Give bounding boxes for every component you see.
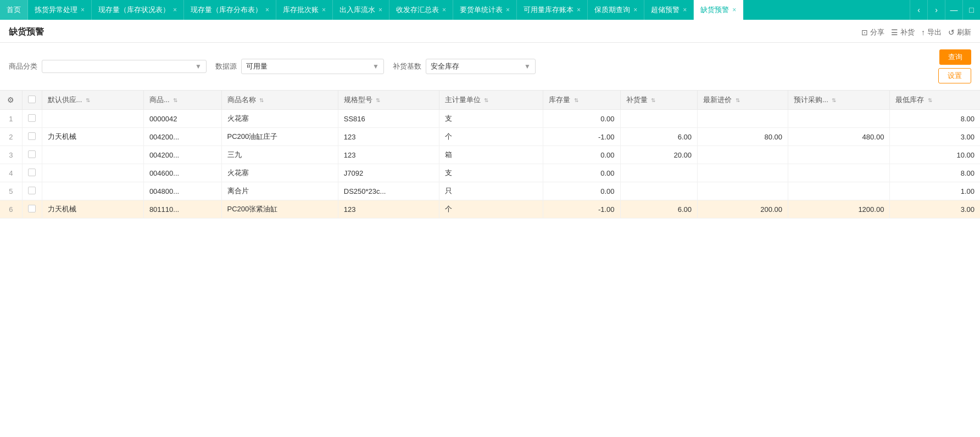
replenishbase-select[interactable]: 安全库存 ▼ [426, 59, 536, 74]
column-gear[interactable]: ⚙ [0, 91, 22, 110]
cell-stock: 0.00 [543, 182, 621, 200]
row-checkbox-cell[interactable] [22, 128, 42, 146]
column-unit[interactable]: 主计量单位 ⇅ [439, 91, 543, 110]
close-inout-flow-tab[interactable]: × [378, 6, 382, 14]
row-checkbox-cell[interactable] [22, 146, 42, 164]
export-button[interactable]: ↑ 导出 [921, 27, 942, 37]
tab-available-ledger[interactable]: 可用量库存账本 × [517, 0, 588, 20]
table-row: 6 力天机械 801110... PC200张紧油缸 123 个 -1.00 6… [0, 200, 980, 218]
row-checkbox[interactable] [28, 169, 36, 176]
tab-order-stats[interactable]: 要货单统计表 × [453, 0, 517, 20]
tab-exception[interactable]: 拣货异常处理 × [28, 0, 92, 20]
column-check-all[interactable] [22, 91, 42, 110]
cell-replenish: 20.00 [620, 146, 698, 164]
replenishbase-select-value: 安全库存 [431, 61, 459, 71]
row-checkbox-cell[interactable] [22, 182, 42, 200]
table-row: 5 004800... 离合片 DS250*23c... 只 0.00 1.00 [0, 182, 980, 200]
datasource-select[interactable]: 可用量 ▼ [241, 59, 384, 74]
cell-stock: -1.00 [543, 200, 621, 218]
tab-shortage[interactable]: 缺货预警 × [694, 0, 743, 20]
sort-unit-icon: ⇅ [484, 97, 488, 103]
query-button[interactable]: 查询 [939, 49, 971, 65]
cell-replenish [620, 182, 698, 200]
row-checkbox-cell[interactable] [22, 164, 42, 182]
cell-product-name: 火花塞 [221, 164, 338, 182]
row-checkbox[interactable] [28, 114, 36, 122]
close-shortage-tab[interactable]: × [732, 6, 736, 14]
close-inventory-status-tab[interactable]: × [173, 6, 177, 14]
cell-supplier: 力天机械 [42, 128, 143, 146]
refresh-button[interactable]: ↺ 刷新 [948, 27, 971, 37]
column-product-name[interactable]: 商品名称 ⇅ [221, 91, 338, 110]
close-order-stats-tab[interactable]: × [506, 6, 510, 14]
cell-product-name: 三九 [221, 146, 338, 164]
cell-min-stock: 3.00 [890, 128, 980, 146]
row-checkbox[interactable] [28, 132, 36, 140]
cell-estimated-purchase: 1200.00 [788, 200, 889, 218]
replenish-button[interactable]: ☰ 补货 [891, 27, 915, 37]
column-estimated-purchase[interactable]: 预计采购... ⇅ [788, 91, 889, 110]
close-overstock-tab[interactable]: × [683, 6, 687, 14]
close-inventory-dist-tab[interactable]: × [265, 6, 269, 14]
cell-estimated-purchase: 480.00 [788, 128, 889, 146]
close-batch-account-tab[interactable]: × [322, 6, 326, 14]
close-available-ledger-tab[interactable]: × [577, 6, 581, 14]
column-supplier[interactable]: 默认供应... ⇅ [42, 91, 143, 110]
replenishbase-chevron-icon: ▼ [524, 63, 531, 70]
cell-product-name: PC200张紧油缸 [221, 200, 338, 218]
row-checkbox-cell[interactable] [22, 110, 42, 128]
table-body: 1 0000042 火花塞 SS816 支 0.00 8.00 2 力天机械 0… [0, 110, 980, 218]
row-checkbox[interactable] [28, 150, 36, 158]
row-checkbox[interactable] [28, 187, 36, 194]
column-latest-price[interactable]: 最新进价 ⇅ [698, 91, 788, 110]
row-checkbox-cell[interactable] [22, 200, 42, 218]
minimize-button[interactable]: — [945, 0, 962, 20]
nav-controls: ‹ › — □ [910, 0, 980, 20]
column-min-stock[interactable]: 最低库存 ⇅ [890, 91, 980, 110]
tab-expiry[interactable]: 保质期查询 × [588, 0, 644, 20]
cell-latest-price [698, 110, 788, 128]
cell-product-id: 0000042 [143, 110, 221, 128]
column-spec[interactable]: 规格型号 ⇅ [338, 91, 439, 110]
cell-min-stock: 8.00 [890, 110, 980, 128]
sort-estimatedpurchase-icon: ⇅ [832, 97, 836, 103]
cell-spec: 123 [338, 128, 439, 146]
cell-unit: 支 [439, 110, 543, 128]
row-index: 6 [0, 200, 22, 218]
tab-overstock[interactable]: 超储预警 × [644, 0, 694, 20]
sort-productname-icon: ⇅ [259, 97, 264, 103]
tab-inout-flow[interactable]: 出入库流水 × [333, 0, 389, 20]
settings-button[interactable]: 设置 [938, 68, 971, 83]
cell-unit: 支 [439, 164, 543, 182]
tab-home[interactable]: 首页 [0, 0, 28, 20]
tab-batch-account[interactable]: 库存批次账 × [276, 0, 333, 20]
cell-min-stock: 10.00 [890, 146, 980, 164]
close-expiry-tab[interactable]: × [633, 6, 637, 14]
next-tab-button[interactable]: › [927, 0, 945, 20]
column-replenish[interactable]: 补货量 ⇅ [620, 91, 698, 110]
category-select[interactable]: ▼ [42, 60, 207, 73]
close-exception-tab[interactable]: × [81, 6, 85, 14]
maximize-button[interactable]: □ [962, 0, 980, 20]
replenishbase-label: 补货基数 [393, 61, 421, 71]
tab-receive-summary[interactable]: 收发存汇总表 × [389, 0, 453, 20]
datasource-filter-group: 数据源 可用量 ▼ [215, 59, 384, 74]
cell-product-id: 004200... [143, 128, 221, 146]
check-all-checkbox[interactable] [28, 96, 36, 103]
row-checkbox[interactable] [28, 205, 36, 212]
close-receive-summary-tab[interactable]: × [442, 6, 446, 14]
cell-replenish [620, 110, 698, 128]
tab-inventory-dist[interactable]: 现存量（库存分布表） × [184, 0, 276, 20]
data-table: ⚙ 默认供应... ⇅ 商品... ⇅ 商品名称 ⇅ [0, 91, 980, 218]
prev-tab-button[interactable]: ‹ [910, 0, 927, 20]
tab-inventory-status[interactable]: 现存量（库存状况表） × [92, 0, 184, 20]
cell-estimated-purchase [788, 110, 889, 128]
sort-latestprice-icon: ⇅ [736, 97, 740, 103]
cell-supplier [42, 164, 143, 182]
column-stock[interactable]: 库存量 ⇅ [543, 91, 621, 110]
cell-replenish: 6.00 [620, 200, 698, 218]
column-product-id[interactable]: 商品... ⇅ [143, 91, 221, 110]
table-row: 2 力天机械 004200... PC200油缸庄子 123 个 -1.00 6… [0, 128, 980, 146]
export-icon: ↑ [921, 28, 925, 37]
share-button[interactable]: ⊡ 分享 [861, 27, 884, 37]
